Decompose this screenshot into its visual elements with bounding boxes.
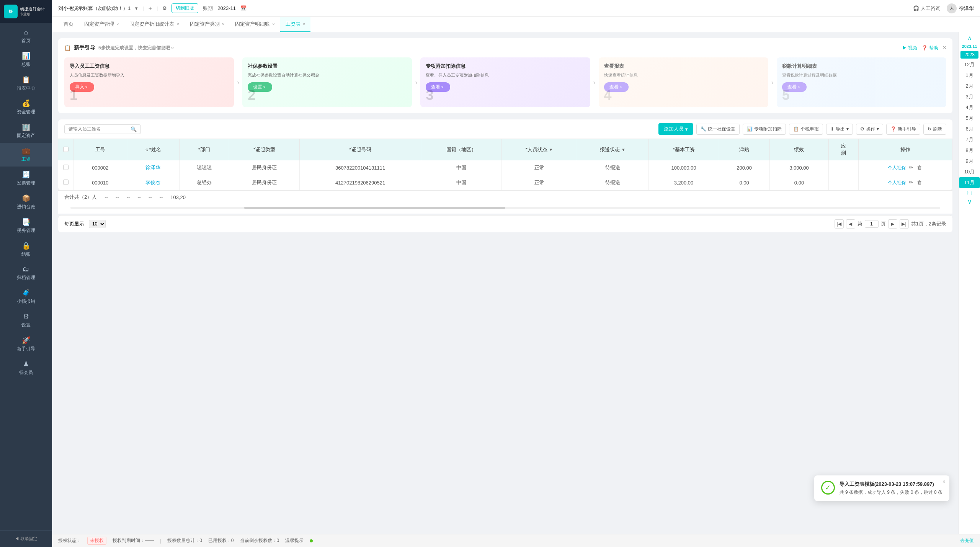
toast-close-btn[interactable]: × [942, 478, 946, 485]
tab-depreciation-label: 固定资产折旧统计表 [129, 21, 174, 28]
cal-month-3[interactable]: 3月 [959, 91, 980, 102]
total-people-label: 合计共（2）人 [64, 194, 97, 201]
status-filter-icon[interactable]: ▼ [549, 147, 553, 152]
user-info[interactable]: 人 徐泽华 [947, 3, 974, 13]
page-total-label: 共1页，2条记录 [911, 220, 946, 227]
cal-nav-up[interactable]: ∧ [959, 34, 980, 42]
refresh-icon: ↻ [928, 126, 931, 132]
sidebar-item-finance[interactable]: 💰 资金管理 [0, 95, 52, 119]
cal-month-7[interactable]: 7月 [959, 134, 980, 145]
sidebar-item-salary[interactable]: 💼 工资 [0, 143, 52, 167]
tab-salary[interactable]: 工资表 × [280, 17, 310, 32]
row1-edit-icon[interactable]: ✏ [909, 165, 913, 170]
sidebar-item-reports[interactable]: 📋 报表中心 [0, 72, 52, 95]
row2-social-link[interactable]: 个人社保 [888, 180, 906, 185]
tab-salary-close[interactable]: × [303, 22, 305, 26]
per-page-select[interactable]: 10 20 50 [89, 220, 106, 228]
row2-name-link[interactable]: 李俊杰 [145, 180, 160, 185]
col-header-name[interactable]: ⇅ *姓名 [127, 139, 180, 160]
tab-fixed-assets[interactable]: 固定资产管理 × [79, 17, 124, 32]
onboarding-video-btn[interactable]: ▶ 视频 [902, 45, 917, 51]
tab-category-close[interactable]: × [222, 22, 224, 26]
add-account-btn[interactable]: + [149, 5, 152, 12]
sidebar-item-archive[interactable]: 🗂 归档管理 [0, 261, 52, 285]
tab-category[interactable]: 固定资产类别 × [185, 17, 230, 32]
cal-month-6[interactable]: 6月 [959, 124, 980, 134]
social-insurance-btn[interactable]: 🔧 统一社保设置 [696, 124, 740, 135]
sidebar-item-settings[interactable]: ⚙ 设置 [0, 309, 52, 332]
guide-btn[interactable]: ❓ 新手引导 [886, 124, 920, 135]
page-first-btn[interactable]: |◀ [835, 219, 844, 229]
sidebar-item-invoice[interactable]: 🧾 发票管理 [0, 167, 52, 190]
add-person-btn[interactable]: 添加人员 ▾ [658, 123, 693, 135]
cal-month-4[interactable]: 4月 [959, 102, 980, 113]
row1-social-link[interactable]: 个人社保 [888, 165, 906, 170]
cal-nav-down[interactable]: ∨ [959, 197, 980, 206]
report-filter-icon[interactable]: ▼ [621, 147, 626, 152]
onboarding-close-btn[interactable]: × [943, 44, 946, 51]
calendar-icon[interactable]: 📅 [240, 5, 247, 11]
sidebar-item-closing[interactable]: 🔒 结账 [0, 238, 52, 261]
tab-depreciation-close[interactable]: × [176, 22, 179, 26]
cal-up-arrow[interactable]: ↑ [967, 189, 969, 196]
page-prev-btn[interactable]: ◀ [846, 219, 855, 229]
sidebar-item-ledger[interactable]: 📊 总账 [0, 48, 52, 72]
table-scrollbar-track[interactable] [70, 207, 940, 209]
export-btn[interactable]: ⬆ 导出 ▾ [826, 124, 853, 135]
renew-link[interactable]: 去充值 [960, 537, 974, 544]
row2-dept: 总经办 [179, 175, 229, 190]
cal-month-12[interactable]: 12月 [959, 59, 980, 70]
step-3: 专项附加扣除信息 查看、导入员工专项附加扣除信息 查看＞ 3 [420, 57, 590, 107]
tab-detail[interactable]: 固定资产明细账 × [230, 17, 280, 32]
search-input[interactable] [69, 126, 128, 132]
cal-current-year: 2023 [960, 51, 978, 59]
cal-month-1[interactable]: 1月 [959, 70, 980, 81]
sidebar-item-inventory[interactable]: 📦 进销台账 [0, 190, 52, 214]
sidebar-item-expense[interactable]: 🧳 小畅报销 [0, 285, 52, 309]
row2-checkbox[interactable] [63, 180, 69, 185]
per-page-label: 每页显示 [64, 220, 84, 227]
cal-down-arrow[interactable]: ↓ [970, 189, 973, 196]
page-last-btn[interactable]: ▶| [900, 219, 909, 229]
select-all-checkbox[interactable] [63, 147, 69, 152]
refresh-btn[interactable]: ↻ 刷新 [923, 124, 946, 135]
sidebar-item-member[interactable]: ♟ 畅会员 [0, 356, 52, 380]
guide-question-icon: ❓ [890, 126, 896, 132]
tax-report-btn[interactable]: 📋 个税申报 [789, 124, 823, 135]
cal-month-9[interactable]: 9月 [959, 156, 980, 167]
cancel-fixed-btn[interactable]: ◀ 取消固定 [2, 534, 50, 543]
cal-month-11[interactable]: 11月 [959, 177, 980, 188]
sidebar-item-home[interactable]: ⌂ 首页 [0, 24, 52, 48]
onboarding-help-btn[interactable]: ❓ 帮助 [922, 45, 938, 51]
row1-nationality: 中国 [421, 160, 501, 175]
tab-detail-close[interactable]: × [272, 22, 274, 26]
row1-checkbox[interactable] [63, 165, 69, 170]
cal-month-5[interactable]: 5月 [959, 113, 980, 124]
step-arrow-3: › [590, 57, 599, 107]
row1-delete-icon[interactable]: 🗑 [917, 165, 922, 170]
page-next-btn[interactable]: ▶ [888, 219, 897, 229]
cal-month-2[interactable]: 2月 [959, 81, 980, 91]
tab-fixed-assets-close[interactable]: × [116, 22, 119, 26]
service-btn[interactable]: 🎧 人工咨询 [913, 5, 941, 12]
step-1-num: 1 [70, 87, 77, 103]
cal-month-10[interactable]: 10月 [959, 167, 980, 177]
row2-edit-icon[interactable]: ✏ [909, 180, 913, 185]
cal-month-8[interactable]: 8月 [959, 145, 980, 156]
sidebar-item-fixed-assets[interactable]: 🏢 固定资产 [0, 119, 52, 143]
row2-delete-icon[interactable]: 🗑 [917, 180, 922, 185]
row1-name-link[interactable]: 徐泽华 [145, 165, 160, 170]
tab-home[interactable]: 首页 [58, 17, 79, 32]
switch-version-btn[interactable]: 切到旧版 [172, 3, 198, 13]
deduction-btn[interactable]: 📊 专项附加扣除 [743, 124, 786, 135]
tab-depreciation[interactable]: 固定资产折旧统计表 × [124, 17, 184, 32]
top-header: 刘小艳演示账套（勿删勿动！）1 ▾ | + | ⚙ 切到旧版 账期 2023-1… [52, 0, 980, 17]
period-label: 账期 [203, 5, 213, 12]
sidebar-item-tax[interactable]: 📑 税务管理 [0, 214, 52, 238]
page-input[interactable] [865, 220, 879, 228]
account-dropdown-icon[interactable]: ▾ [135, 5, 138, 11]
sidebar-item-guide[interactable]: 🚀 新手引导 [0, 332, 52, 356]
settings-gear-icon[interactable]: ⚙ [162, 5, 167, 11]
row1-name: 徐泽华 [127, 160, 180, 175]
ops-btn[interactable]: ⚙ 操作 ▾ [856, 124, 883, 135]
